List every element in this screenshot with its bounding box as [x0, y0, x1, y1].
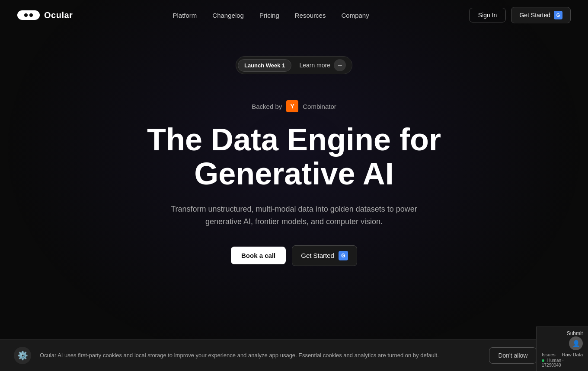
nav-actions: Sign In Get Started G — [469, 7, 571, 23]
google-icon: G — [554, 11, 562, 19]
human-id: Human · 17290040 — [542, 358, 583, 368]
sign-in-button[interactable]: Sign In — [469, 8, 506, 22]
nav-resources[interactable]: Resources — [295, 12, 326, 19]
issues-label[interactable]: Issues — [542, 352, 556, 357]
learn-more-label: Learn more — [299, 62, 330, 69]
dont-allow-button[interactable]: Don't allow — [489, 347, 537, 364]
nav-changelog[interactable]: Changelog — [212, 12, 244, 19]
nav-platform[interactable]: Platform — [173, 12, 197, 19]
yc-logo: Y — [286, 100, 298, 112]
hero-headline: The Data Engine for Generative AI — [147, 123, 441, 191]
nav-get-started-button[interactable]: Get Started G — [511, 7, 571, 23]
nav-company[interactable]: Company — [341, 12, 369, 19]
navbar: Ocular Platform Changelog Pricing Resour… — [0, 0, 588, 30]
nav-links: Platform Changelog Pricing Resources Com… — [173, 12, 369, 19]
headline-line1: The Data Engine for — [147, 122, 441, 157]
hero-section: Launch Week 1 Learn more → Backed by Y C… — [0, 30, 588, 283]
cookie-banner: ⚙️ Ocular AI uses first-party cookies an… — [0, 339, 588, 371]
hero-subtext: Transform unstructured, multi-modal data… — [164, 203, 424, 228]
status-dot — [542, 359, 544, 362]
logo-icon — [17, 10, 40, 20]
launch-banner[interactable]: Launch Week 1 Learn more → — [236, 56, 352, 74]
logo[interactable]: Ocular — [17, 10, 73, 20]
backed-by-badge: Backed by Y Combinator — [252, 100, 336, 112]
bottom-right-panel: Submit 👤 Issues Raw Data Human · 1729004… — [536, 327, 588, 371]
issues-row: Issues Raw Data — [542, 352, 583, 357]
arrow-right-icon: → — [334, 59, 346, 71]
raw-data-link[interactable]: Raw Data — [562, 352, 583, 357]
hero-get-started-button[interactable]: Get Started G — [292, 245, 357, 266]
backed-by-org: Combinator — [303, 103, 336, 110]
headline-line2: Generative AI — [194, 156, 394, 191]
cookie-icon: ⚙️ — [14, 347, 31, 364]
nav-pricing[interactable]: Pricing — [259, 12, 279, 19]
learn-more-link[interactable]: Learn more → — [293, 57, 352, 74]
backed-by-prefix: Backed by — [252, 103, 282, 110]
hero-get-started-label: Get Started — [301, 252, 334, 259]
launch-badge: Launch Week 1 — [238, 59, 291, 72]
submit-partial-label: Submit — [542, 330, 583, 336]
brand-name: Ocular — [44, 10, 73, 20]
nav-get-started-label: Get Started — [519, 12, 550, 19]
book-call-button[interactable]: Book a call — [231, 247, 286, 264]
avatar: 👤 — [569, 336, 583, 350]
cta-buttons: Book a call Get Started G — [231, 245, 357, 266]
cookie-text: Ocular AI uses first-party cookies and l… — [40, 351, 480, 360]
google-icon-hero: G — [339, 251, 348, 260]
